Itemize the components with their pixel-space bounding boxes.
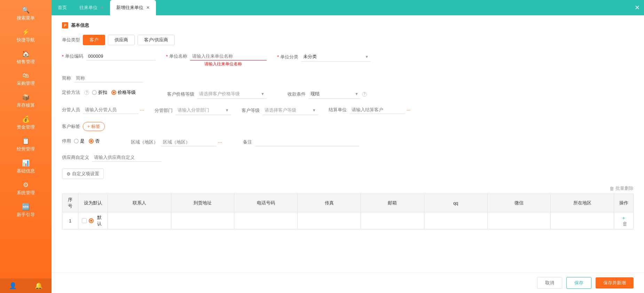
tab-counterpart-close[interactable]: ✕ xyxy=(100,5,104,10)
qq-input[interactable] xyxy=(428,218,484,223)
unit-cat-star: * xyxy=(277,54,279,59)
sidebar-item-search[interactable]: 🔍 搜索菜单 xyxy=(0,3,52,25)
add-tag-btn[interactable]: + 标签 xyxy=(83,122,105,131)
abbr-input[interactable] xyxy=(74,74,143,82)
cell-address[interactable] xyxy=(171,212,234,229)
sidebar-item-basic-info-label: 基础信息 xyxy=(17,168,35,174)
payment-select[interactable]: 现结 ▼ xyxy=(308,89,361,99)
col-fax: 传真 xyxy=(298,194,361,212)
manager-item: 分管人员 ··· xyxy=(62,106,144,114)
abbr-item: 简称 xyxy=(62,74,143,82)
dept-label: 分管部门 xyxy=(155,107,173,114)
unit-name-star: * xyxy=(166,54,168,59)
note-input[interactable] xyxy=(255,138,359,146)
add-row-btn[interactable]: + xyxy=(622,215,625,221)
unit-category-select[interactable]: 未分类 ▼ xyxy=(301,52,371,62)
cell-phone[interactable] xyxy=(234,212,298,229)
sidebar: 🔍 搜索菜单 ⚡ 快捷导航 🏠 销售管理 🛍 采购管理 📦 库存核算 💰 资金管… xyxy=(0,0,52,293)
cell-contact[interactable] xyxy=(108,212,171,229)
tab-new-counterpart[interactable]: 新增往来单位 ✕ xyxy=(110,0,156,15)
manager-input[interactable] xyxy=(83,106,139,114)
manager-more-btn[interactable]: ··· xyxy=(140,107,144,113)
table-row: 1 默认 xyxy=(62,212,634,229)
unit-code-input[interactable] xyxy=(86,52,156,60)
sidebar-item-guide[interactable]: 🆕 新手引导 xyxy=(0,200,52,221)
sidebar-item-finance[interactable]: 💰 资金管理 xyxy=(0,112,52,134)
address-input[interactable] xyxy=(175,218,231,223)
del-row-btn[interactable]: 🗑 xyxy=(622,221,628,227)
disabled-no[interactable]: 否 xyxy=(89,138,100,144)
pricing-radio-level[interactable]: 价格等级 xyxy=(111,89,136,96)
region-more-btn[interactable]: ··· xyxy=(218,139,222,145)
sidebar-item-finance-label: 资金管理 xyxy=(17,124,35,130)
tab-new-counterpart-close[interactable]: ✕ xyxy=(146,5,150,10)
cell-wechat[interactable] xyxy=(487,212,551,229)
tabbar-close-btn[interactable]: ✕ xyxy=(635,4,640,11)
sidebar-item-quick-nav[interactable]: ⚡ 快捷导航 xyxy=(0,25,52,47)
region-cell-input[interactable] xyxy=(554,218,610,223)
cell-email[interactable] xyxy=(361,212,424,229)
row-checkbox[interactable] xyxy=(82,218,87,223)
cell-region[interactable] xyxy=(551,212,614,229)
save-button[interactable]: 保存 xyxy=(566,277,591,289)
sidebar-item-basic-info[interactable]: 📊 基础信息 xyxy=(0,156,52,178)
supplier-custom-input[interactable] xyxy=(92,153,162,162)
disabled-yes[interactable]: 是 xyxy=(74,138,85,144)
sidebar-item-purchase[interactable]: 🛍 采购管理 xyxy=(0,68,52,90)
customer-tag-row: 客户标签 + 标签 xyxy=(62,122,634,132)
unit-name-input[interactable] xyxy=(190,52,267,60)
email-input[interactable] xyxy=(364,218,421,223)
cell-qq[interactable] xyxy=(424,212,487,229)
dept-chevron: ▼ xyxy=(225,108,229,112)
batch-delete-icon: 🗑 xyxy=(610,186,614,191)
type-btn-customer[interactable]: 客户 xyxy=(83,35,105,45)
sidebar-item-sales-label: 销售管理 xyxy=(17,59,35,65)
tag-btn-label: + 标签 xyxy=(87,123,100,130)
pricing-radio-discount[interactable]: 折扣 xyxy=(92,89,107,96)
unit-code-item: * 单位编码 xyxy=(62,52,156,60)
sidebar-bell-icon[interactable]: 🔔 xyxy=(35,282,42,290)
batch-delete-label[interactable]: 批量删除 xyxy=(615,185,634,192)
phone-input[interactable] xyxy=(238,218,294,223)
default-radio[interactable]: 默认 xyxy=(89,214,104,227)
customer-price-placeholder: 请选择客户价格等级 xyxy=(199,91,259,97)
contact-input[interactable] xyxy=(111,218,167,223)
pricing-question-icon[interactable]: ? xyxy=(84,90,89,95)
save-new-button[interactable]: 保存并新增 xyxy=(596,277,634,288)
payment-item: 收款条件 现结 ▼ ? xyxy=(288,89,367,99)
sidebar-item-inventory[interactable]: 📦 库存核算 xyxy=(0,90,52,112)
cell-fax[interactable] xyxy=(298,212,361,229)
unit-category-item: * 单位分类 未分类 ▼ xyxy=(277,52,371,62)
payment-question-icon[interactable]: ? xyxy=(362,92,367,97)
customer-price-select[interactable]: 请选择客户价格等级 ▼ xyxy=(197,89,267,99)
unit-type-item: 单位类型 客户 供应商 客户/供应商 xyxy=(62,35,175,45)
default-radio-label: 默认 xyxy=(95,214,104,227)
sidebar-item-sales[interactable]: 🏠 销售管理 xyxy=(0,47,52,68)
section-icon: P xyxy=(62,22,68,29)
sidebar-user-icon[interactable]: 👤 xyxy=(9,282,17,290)
settle-unit-more-btn[interactable]: ··· xyxy=(407,107,411,113)
wechat-input[interactable] xyxy=(491,218,547,223)
sidebar-item-operations[interactable]: 📋 经营管理 xyxy=(0,134,52,156)
col-wechat: 微信 xyxy=(487,194,551,212)
col-action: 操作 xyxy=(614,194,634,212)
sidebar-item-search-label: 搜索菜单 xyxy=(17,15,35,21)
type-btn-supplier[interactable]: 供应商 xyxy=(108,35,135,45)
col-address: 到货地址 xyxy=(171,194,234,212)
customer-level-select[interactable]: 请选择客户等级 ▼ xyxy=(262,106,318,115)
type-btn-both[interactable]: 客户/供应商 xyxy=(138,35,175,45)
fax-input[interactable] xyxy=(301,218,357,223)
tab-home[interactable]: 首页 xyxy=(52,0,73,15)
dept-select[interactable]: 请输入分管部门 ▼ xyxy=(175,106,231,115)
disabled-no-label: 否 xyxy=(95,138,100,144)
sidebar-item-system[interactable]: ⚙ 系统管理 xyxy=(0,178,52,200)
region-input[interactable] xyxy=(161,138,217,146)
cancel-button[interactable]: 取消 xyxy=(537,277,562,289)
pricing-item: 定价方法 ? 折扣 价格等级 xyxy=(62,89,136,96)
tab-counterpart[interactable]: 往来单位 ✕ xyxy=(73,0,110,15)
settle-unit-input[interactable] xyxy=(350,106,405,114)
abbr-label: 简称 xyxy=(62,75,71,81)
custom-settings-btn[interactable]: ⚙ 自定义项设置 xyxy=(62,169,104,179)
system-icon: ⚙ xyxy=(23,181,29,189)
sidebar-item-system-label: 系统管理 xyxy=(17,190,35,196)
